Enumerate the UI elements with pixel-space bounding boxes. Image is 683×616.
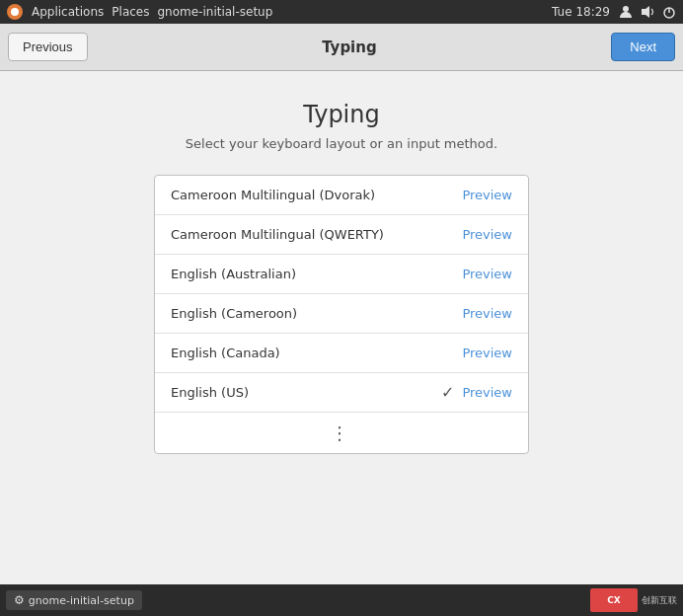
layout-label: English (US)	[171, 385, 441, 400]
topbar-left: Applications Places gnome-initial-setup	[6, 3, 272, 21]
next-button[interactable]: Next	[611, 33, 675, 61]
layout-label: Cameroon Multilingual (QWERTY)	[171, 227, 462, 242]
show-more-row[interactable]: ⋮	[155, 413, 528, 453]
page-subtitle: Select your keyboard layout or an input …	[186, 136, 497, 151]
preview-link-0[interactable]: Preview	[462, 188, 512, 202]
system-icon	[6, 3, 24, 21]
main-content: Typing Select your keyboard layout or an…	[0, 71, 683, 584]
list-item[interactable]: English (Canada) Preview	[155, 334, 528, 373]
keyboard-layout-list: Cameroon Multilingual (Dvorak) Preview C…	[154, 175, 529, 454]
app-name-menu[interactable]: gnome-initial-setup	[157, 5, 272, 19]
svg-marker-2	[642, 6, 649, 18]
layout-label: English (Cameroon)	[171, 306, 462, 321]
watermark-text: 创新互联	[642, 594, 677, 607]
list-item[interactable]: English (Cameroon) Preview	[155, 294, 528, 334]
preview-link-5[interactable]: Preview	[462, 385, 512, 400]
page-title: Typing	[303, 101, 379, 128]
power-icon[interactable]	[661, 4, 677, 20]
preview-link-2[interactable]: Preview	[462, 267, 512, 281]
preview-link-3[interactable]: Preview	[462, 306, 512, 321]
list-item[interactable]: English (Australian) Preview	[155, 255, 528, 294]
applications-menu[interactable]: Applications	[32, 5, 104, 19]
selected-checkmark-icon: ✓	[441, 383, 454, 402]
layout-label: English (Australian)	[171, 267, 462, 281]
clock-display: Tue 18:29	[552, 5, 610, 19]
places-menu[interactable]: Places	[112, 5, 149, 19]
list-item[interactable]: Cameroon Multilingual (QWERTY) Preview	[155, 215, 528, 255]
watermark-area: CX 创新互联	[590, 588, 677, 612]
taskbar-app-icon: ⚙	[14, 593, 25, 607]
volume-icon[interactable]	[640, 4, 655, 20]
watermark-logo: CX	[590, 588, 638, 612]
more-dots-icon: ⋮	[331, 423, 352, 443]
previous-button[interactable]: Previous	[8, 33, 88, 61]
list-item-selected[interactable]: English (US) ✓ Preview	[155, 373, 528, 413]
topbar-icons	[618, 4, 677, 20]
headerbar: Previous Typing Next	[0, 24, 683, 71]
layout-label: Cameroon Multilingual (Dvorak)	[171, 188, 462, 202]
taskbar-app-item[interactable]: ⚙ gnome-initial-setup	[6, 590, 142, 610]
system-topbar: Applications Places gnome-initial-setup …	[0, 0, 683, 24]
svg-point-1	[623, 6, 629, 12]
preview-link-4[interactable]: Preview	[462, 346, 512, 360]
taskbar-app-label: gnome-initial-setup	[29, 594, 134, 607]
layout-label: English (Canada)	[171, 346, 462, 360]
preview-link-1[interactable]: Preview	[462, 227, 512, 242]
taskbar: ⚙ gnome-initial-setup CX 创新互联	[0, 584, 683, 616]
list-item[interactable]: Cameroon Multilingual (Dvorak) Preview	[155, 176, 528, 215]
headerbar-title: Typing	[322, 38, 377, 56]
user-accounts-icon[interactable]	[618, 4, 634, 20]
topbar-right: Tue 18:29	[552, 4, 677, 20]
